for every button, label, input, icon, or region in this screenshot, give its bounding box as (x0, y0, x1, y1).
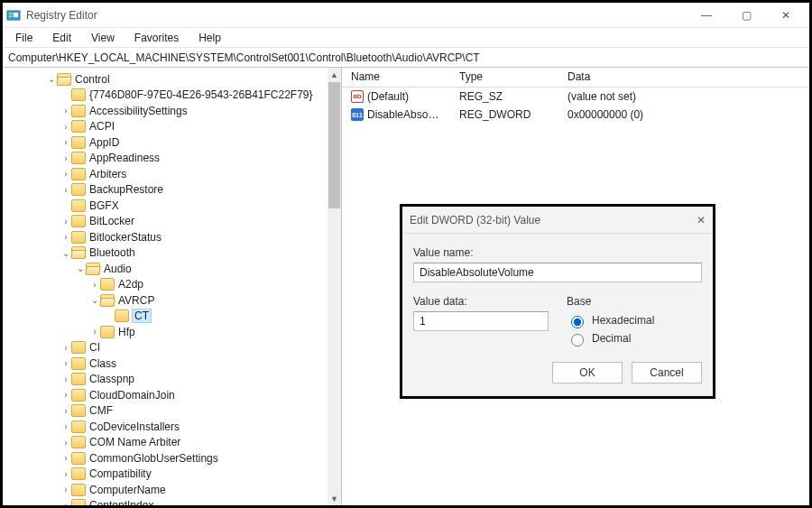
tree-item[interactable]: ›BitlockerStatus (3, 229, 339, 245)
chevron-down-icon[interactable]: ⌄ (89, 295, 100, 305)
tree-item-label: CT (133, 309, 151, 322)
chevron-right-icon[interactable]: › (89, 327, 100, 337)
tree-item[interactable]: ·CT (3, 309, 339, 325)
chevron-right-icon[interactable]: › (60, 343, 71, 353)
chevron-right-icon[interactable]: › (60, 453, 71, 463)
chevron-right-icon[interactable]: › (60, 421, 71, 431)
tree-item-label: CommonGlobUserSettings (89, 452, 218, 465)
menu-view[interactable]: View (82, 30, 124, 46)
chevron-right-icon[interactable]: › (60, 469, 71, 479)
tree-item[interactable]: ›CommonGlobUserSettings (3, 450, 339, 466)
folder-icon (71, 88, 86, 101)
chevron-right-icon[interactable]: › (60, 232, 71, 242)
scroll-thumb[interactable] (328, 82, 340, 208)
tree-scrollbar[interactable]: ▲ ▼ (328, 68, 341, 505)
tree-item[interactable]: ›ComputerName (3, 482, 339, 498)
chevron-right-icon[interactable]: › (60, 374, 71, 384)
folder-icon (100, 294, 115, 307)
tree-item-label: AccessibilitySettings (89, 105, 188, 117)
chevron-right-icon[interactable]: › (60, 406, 71, 416)
tree-item[interactable]: ›A2dp (3, 277, 339, 293)
chevron-right-icon[interactable]: › (89, 280, 100, 290)
tree-item[interactable]: ›CMF (3, 403, 339, 420)
chevron-down-icon[interactable]: ⌄ (75, 263, 86, 273)
value-row[interactable]: 011DisableAbsolute...REG_DWORD0x00000000… (342, 106, 809, 124)
scroll-down-icon[interactable]: ▼ (328, 492, 341, 505)
scroll-up-icon[interactable]: ▲ (328, 68, 341, 81)
tree-item[interactable]: ›BackupRestore (3, 182, 339, 199)
tree-item[interactable]: ›AccessibilitySettings (3, 103, 339, 119)
tree-item[interactable]: ·{7746D80F-97E0-4E26-9543-26B41FC22F79} (3, 88, 339, 104)
folder-icon (100, 326, 115, 338)
col-name[interactable]: Name (342, 68, 450, 87)
radio-dec-label: Decimal (592, 332, 631, 345)
base-label: Base (567, 295, 702, 308)
tree-item-label: ComputerName (89, 484, 166, 496)
chevron-right-icon[interactable]: › (60, 217, 71, 226)
tree-item[interactable]: ›ContentIndex (3, 498, 339, 506)
menu-edit[interactable]: Edit (43, 30, 80, 46)
chevron-right-icon[interactable]: › (60, 501, 71, 505)
maximize-button[interactable]: ▢ (726, 4, 766, 27)
tree-item[interactable]: ›Classpnp (3, 372, 339, 388)
radio-dec-input[interactable] (571, 334, 584, 346)
menu-file[interactable]: File (6, 30, 42, 46)
menu-help[interactable]: Help (189, 30, 230, 46)
tree-item[interactable]: ›BitLocker (3, 214, 339, 230)
tree-item[interactable]: ⌄Control (3, 71, 339, 88)
chevron-right-icon[interactable]: › (60, 137, 71, 147)
tree-item[interactable]: ⌄Audio (3, 261, 339, 277)
value-row[interactable]: ab(Default)REG_SZ(value not set) (342, 88, 809, 106)
value-data-field[interactable] (413, 311, 549, 331)
chevron-down-icon[interactable]: ⌄ (46, 74, 57, 84)
tree-item-label: COM Name Arbiter (89, 436, 180, 448)
radio-decimal[interactable]: Decimal (567, 329, 702, 347)
chevron-right-icon[interactable]: › (60, 358, 71, 368)
chevron-right-icon[interactable]: › (60, 185, 71, 195)
dialog-close-button[interactable]: ✕ (697, 214, 706, 226)
value-name: DisableAbsolute... (367, 108, 450, 121)
col-data[interactable]: Data (558, 68, 809, 87)
tree-item[interactable]: ›CoDeviceInstallers (3, 419, 339, 435)
menu-favorites[interactable]: Favorites (125, 30, 188, 46)
minimize-button[interactable]: — (687, 4, 726, 27)
tree-item[interactable]: ›AppReadiness (3, 151, 339, 167)
col-type[interactable]: Type (450, 68, 558, 87)
radio-hexadecimal[interactable]: Hexadecimal (567, 311, 702, 329)
tree-item[interactable]: ›COM Name Arbiter (3, 435, 339, 451)
chevron-right-icon[interactable]: › (60, 438, 71, 448)
address-bar[interactable]: Computer\HKEY_LOCAL_MACHINE\SYSTEM\Contr… (3, 48, 809, 68)
tree-item-label: CoDeviceInstallers (89, 420, 180, 433)
tree-item-label: {7746D80F-97E0-4E26-9543-26B41FC22F79} (89, 88, 313, 101)
close-button[interactable]: ✕ (766, 4, 806, 27)
tree-item[interactable]: ⌄AVRCP (3, 292, 339, 309)
tree-item[interactable]: ›ACPI (3, 119, 339, 135)
value-name-label: Value name: (413, 246, 702, 259)
tree-item[interactable]: ·BGFX (3, 198, 339, 214)
chevron-right-icon[interactable]: › (60, 153, 71, 163)
tree-item[interactable]: ›Compatibility (3, 466, 339, 483)
tree-item[interactable]: ›CloudDomainJoin (3, 387, 339, 403)
column-headers[interactable]: Name Type Data (342, 68, 809, 88)
chevron-right-icon[interactable]: › (60, 169, 71, 179)
tree-item[interactable]: ›Class (3, 356, 339, 372)
tree-item-label: CloudDomainJoin (89, 389, 175, 402)
radio-hex-input[interactable] (571, 316, 584, 328)
tree-item[interactable]: ⌄Bluetooth (3, 245, 339, 262)
cancel-button[interactable]: Cancel (632, 362, 702, 383)
chevron-right-icon[interactable]: › (60, 485, 71, 494)
tree-item[interactable]: ›AppID (3, 134, 339, 151)
value-type: REG_DWORD (450, 108, 558, 121)
tree-item-label: Arbiters (89, 168, 126, 180)
chevron-right-icon[interactable]: › (60, 122, 71, 132)
tree-item-label: Compatibility (89, 467, 152, 480)
registry-tree[interactable]: ⌄Control·{7746D80F-97E0-4E26-9543-26B41F… (3, 68, 341, 505)
ok-button[interactable]: OK (552, 362, 623, 383)
tree-item[interactable]: ›Hfp (3, 324, 339, 340)
tree-item[interactable]: ›Arbiters (3, 166, 339, 182)
chevron-right-icon[interactable]: › (60, 106, 71, 115)
tree-item-label: Bluetooth (89, 246, 135, 259)
chevron-right-icon[interactable]: › (60, 390, 71, 400)
chevron-down-icon[interactable]: ⌄ (60, 248, 71, 258)
tree-item[interactable]: ›CI (3, 340, 339, 356)
